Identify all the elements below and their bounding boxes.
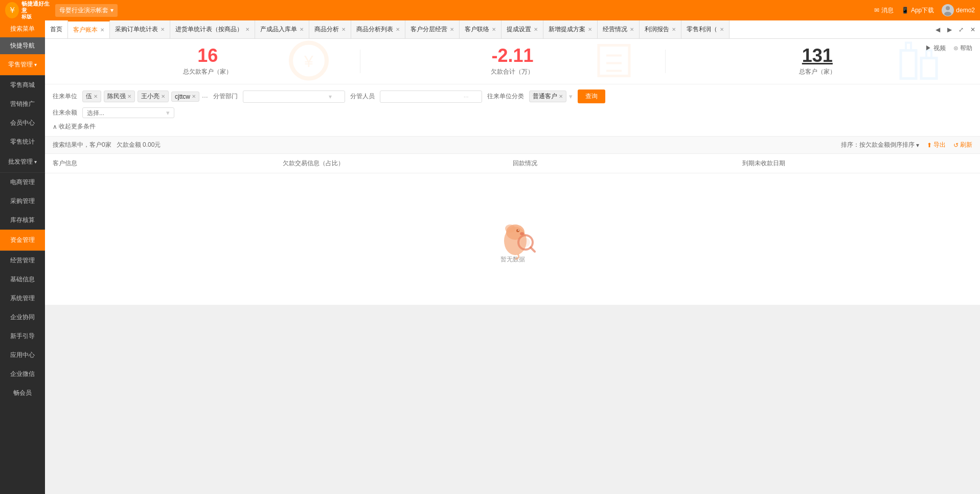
tab-next-button[interactable]: ▶: [945, 25, 954, 34]
close-icon[interactable]: ✕: [492, 27, 496, 32]
filter-tag-wu: 伍 ✕: [82, 91, 101, 102]
sidebar-item-marketing[interactable]: 营销推广: [0, 95, 45, 114]
results-bar: 搜索结果中，客户0家 欠款金额 0.00元 排序：按欠款金额倒序排序 ▾ ⬆ 导…: [45, 137, 980, 154]
sidebar-item-operations[interactable]: 经营管理: [0, 251, 45, 270]
refresh-button[interactable]: ↺ 刷新: [953, 141, 972, 149]
tab-product-analysis[interactable]: 商品分析 ✕: [309, 20, 351, 39]
sidebar-item-retail-management[interactable]: 零售管理 ▾: [0, 54, 45, 76]
close-icon[interactable]: ✕: [630, 27, 634, 32]
tab-purchase-stats[interactable]: 采购订单统计表 ✕: [110, 20, 170, 39]
sidebar-item-member-center[interactable]: 会员中心: [0, 114, 45, 132]
top-bar: ￥ 畅捷通好生意 标版 母婴行业演示帐套 ▾ ✉ 消息 📱 App下载: [0, 0, 980, 20]
balance-input-field[interactable]: [87, 109, 166, 117]
search-button[interactable]: 查询: [578, 89, 605, 103]
sidebar: 搜索菜单 快捷导航 零售管理 ▾ 零售商城 营销推广 会员中心 零售统计 批发管…: [0, 20, 45, 494]
tab-bar: 首页 客户账本 ✕ 采购订单统计表 ✕ 进货单统计表（按商品） ✕ 产成品入库单…: [45, 20, 980, 39]
stat-overdue-customers: ¥ 16 总欠款客户（家）: [55, 47, 360, 76]
message-icon: ✉: [874, 7, 879, 14]
tab-finished-goods[interactable]: 产成品入库单 ✕: [255, 20, 309, 39]
sidebar-item-basic-info[interactable]: 基础信息: [0, 270, 45, 289]
tab-retail-profit[interactable]: 零售利润（ ✕: [681, 20, 730, 39]
filter-dept-select[interactable]: ▾: [243, 91, 345, 103]
stats-bar: ▶ 视频 ⊙ 帮助 ¥ 16 总欠款客户（家） -: [45, 39, 980, 84]
sidebar-item-app-center[interactable]: 应用中心: [0, 346, 45, 365]
tab-customer-contact[interactable]: 客户联络 ✕: [460, 20, 502, 39]
chevron-down-icon-balance: ▾: [166, 109, 170, 117]
close-icon[interactable]: ✕: [588, 27, 592, 32]
filter-label-category: 往来单位分类: [487, 92, 524, 101]
sidebar-search[interactable]: 搜索菜单: [0, 20, 45, 37]
sidebar-item-enterprise[interactable]: 企业协同: [0, 308, 45, 327]
close-icon[interactable]: ✕: [534, 27, 538, 32]
tab-customer-segmentation[interactable]: 客户分层经营 ✕: [405, 20, 460, 39]
sidebar-item-retail-mall[interactable]: 零售商城: [0, 76, 45, 95]
tab-profit-report[interactable]: 利润报告 ✕: [640, 20, 681, 39]
tab-new-commission[interactable]: 新增提成方案 ✕: [543, 20, 598, 39]
close-icon[interactable]: ✕: [396, 27, 400, 32]
sidebar-quick-nav[interactable]: 快捷导航: [0, 37, 45, 54]
filter-person-select[interactable]: ···: [380, 91, 482, 103]
tab-inbound-stats[interactable]: 进货单统计表（按商品） ✕: [170, 20, 255, 39]
chevron-icon-wholesale: ▾: [34, 159, 37, 165]
refresh-icon: ↺: [953, 142, 959, 149]
sidebar-item-ecommerce[interactable]: 电商管理: [0, 173, 45, 192]
close-icon[interactable]: ✕: [100, 27, 104, 33]
sidebar-item-finance[interactable]: 资金管理: [0, 230, 45, 251]
stat-bg-icon-1: ¥: [288, 40, 329, 83]
stat-label-total: 总客户（家）: [799, 68, 836, 76]
filter-tag-cjttcw: cjttcw ✕: [171, 92, 199, 102]
tab-operations[interactable]: 经营情况 ✕: [598, 20, 640, 39]
app-download-button[interactable]: 📱 App下载: [901, 6, 934, 15]
filter-more-tags[interactable]: ···: [202, 93, 208, 101]
remove-tag-normal[interactable]: ✕: [559, 94, 563, 99]
tab-commission-setting[interactable]: 提成设置 ✕: [502, 20, 543, 39]
message-button[interactable]: ✉ 消息: [874, 6, 894, 15]
stat-bg-icon-3: [898, 40, 939, 83]
export-button[interactable]: ⬆ 导出: [927, 141, 946, 149]
sidebar-item-purchase[interactable]: 采购管理: [0, 192, 45, 211]
close-icon[interactable]: ✕: [300, 27, 304, 32]
svg-point-12: [518, 230, 519, 231]
close-icon[interactable]: ✕: [450, 27, 454, 32]
tab-prev-button[interactable]: ◀: [933, 25, 942, 34]
collapse-button[interactable]: ∧ 收起更多条件: [53, 122, 972, 131]
sidebar-item-wholesale[interactable]: 批发管理▾: [0, 151, 45, 173]
logo-text: 畅捷通好生意 标版: [21, 1, 50, 20]
main-content: ▶ 视频 ⊙ 帮助 ¥ 16 总欠款客户（家） -: [45, 39, 980, 494]
chevron-down-icon: ▾: [110, 7, 113, 14]
user-menu[interactable]: demo2: [942, 4, 975, 16]
sidebar-item-inventory[interactable]: 库存核算: [0, 211, 45, 230]
tab-customer-ledger[interactable]: 客户账本 ✕: [68, 20, 110, 39]
sidebar-item-wechat[interactable]: 企业微信: [0, 365, 45, 384]
sidebar-item-retail-stats[interactable]: 零售统计: [0, 132, 45, 151]
filter-area: 往来单位 伍 ✕ 陈民强 ✕ 王小亮: [45, 84, 980, 137]
remove-tag-wu[interactable]: ✕: [94, 94, 98, 99]
remove-tag-wang[interactable]: ✕: [161, 94, 165, 99]
close-icon[interactable]: ✕: [161, 27, 165, 32]
filter-balance-input[interactable]: ▾: [82, 107, 174, 118]
sidebar-item-system[interactable]: 系统管理: [0, 289, 45, 308]
close-icon[interactable]: ✕: [672, 27, 676, 32]
close-icon[interactable]: ✕: [245, 27, 249, 32]
tab-expand-button[interactable]: ⤢: [956, 25, 966, 34]
chevron-down-icon-category[interactable]: ▾: [569, 93, 573, 100]
avatar: [942, 4, 954, 16]
remove-tag-chen[interactable]: ✕: [127, 94, 131, 99]
stat-bg-icon-2: [594, 40, 634, 83]
tab-close-all-button[interactable]: ✕: [968, 25, 977, 34]
close-icon[interactable]: ✕: [720, 27, 724, 32]
tab-product-analysis-list[interactable]: 商品分析列表 ✕: [351, 20, 405, 39]
filter-tag-chen: 陈民强 ✕: [104, 91, 135, 102]
chevron-down-icon-dept: ▾: [329, 93, 332, 100]
sort-select[interactable]: 排序：按欠款金额倒序排序 ▾: [841, 141, 919, 149]
tab-controls: ◀ ▶ ⤢ ✕: [930, 25, 980, 34]
empty-illustration: [492, 214, 533, 255]
remove-tag-cjttcw[interactable]: ✕: [192, 94, 196, 99]
tab-home[interactable]: 首页: [45, 20, 68, 39]
close-icon[interactable]: ✕: [341, 27, 346, 32]
sidebar-item-member[interactable]: 畅会员: [0, 384, 45, 402]
store-selector[interactable]: 母婴行业演示帐套 ▾: [55, 4, 118, 17]
filter-label-dept: 分管部门: [213, 92, 238, 101]
sidebar-item-guide[interactable]: 新手引导: [0, 327, 45, 346]
svg-point-11: [516, 229, 519, 232]
